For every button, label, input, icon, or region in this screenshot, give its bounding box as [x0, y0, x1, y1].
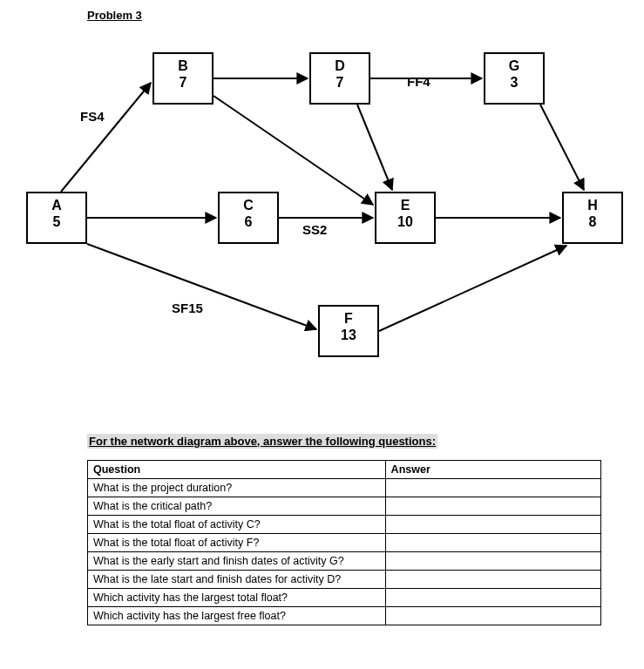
- edge-label-FS4: FS4: [78, 109, 106, 124]
- node-G: G 3: [484, 52, 545, 105]
- qa-answer-cell: [385, 552, 600, 571]
- node-D-name: D: [311, 57, 369, 74]
- qa-answer-cell: [385, 516, 600, 534]
- node-C-value: 6: [220, 213, 277, 230]
- table-row: Which activity has the largest free floa…: [88, 607, 601, 625]
- node-F: F 13: [318, 305, 379, 357]
- table-row: What is the project duration?: [88, 479, 601, 497]
- qa-header-answer: Answer: [385, 461, 600, 479]
- node-H-name: H: [564, 197, 621, 213]
- qa-question-cell: What is the late start and finish dates …: [88, 571, 386, 589]
- node-E-value: 10: [376, 213, 434, 230]
- table-row: What is the total float of activity C?: [88, 516, 601, 534]
- table-row: Which activity has the largest total flo…: [88, 589, 601, 607]
- qa-answer-cell: [385, 571, 600, 589]
- qa-answer-cell: [385, 497, 600, 516]
- svg-line-7: [357, 105, 392, 190]
- node-A: A 5: [26, 192, 87, 244]
- node-G-value: 3: [485, 74, 543, 91]
- node-C-name: C: [220, 197, 277, 213]
- qa-header-question: Question: [88, 461, 386, 479]
- table-row: What is the critical path?: [88, 497, 601, 516]
- node-A-name: A: [28, 197, 85, 213]
- qa-question-cell: What is the early start and finish dates…: [88, 552, 386, 571]
- qa-answer-cell: [385, 589, 600, 607]
- node-B-value: 7: [154, 74, 212, 91]
- node-G-name: G: [485, 57, 543, 74]
- node-H-value: 8: [564, 213, 621, 230]
- table-row: What is the total float of activity F?: [88, 534, 601, 552]
- svg-line-10: [379, 246, 566, 331]
- node-D: D 7: [309, 52, 370, 105]
- qa-question-cell: What is the total float of activity F?: [88, 534, 386, 552]
- qa-question-cell: What is the project duration?: [88, 479, 386, 497]
- qa-table: Question Answer What is the project dura…: [87, 460, 601, 625]
- node-B-name: B: [154, 57, 212, 74]
- edge-label-FF4: FF4: [405, 74, 432, 89]
- questions-subheading: For the network diagram above, answer th…: [87, 434, 437, 449]
- node-C: C 6: [218, 192, 279, 244]
- svg-line-4: [214, 96, 373, 205]
- qa-question-cell: Which activity has the largest free floa…: [88, 607, 386, 625]
- node-A-value: 5: [28, 213, 85, 230]
- qa-answer-cell: [385, 479, 600, 497]
- node-F-value: 13: [320, 327, 377, 343]
- page: Problem 3 A 5 B 7 C 6 D 7 E 10 F 13 G 3 …: [0, 0, 644, 669]
- node-B: B 7: [153, 52, 214, 105]
- edge-label-SF15: SF15: [170, 301, 205, 315]
- edge-label-SS2: SS2: [301, 222, 329, 237]
- qa-question-cell: What is the critical path?: [88, 497, 386, 516]
- table-row: What is the early start and finish dates…: [88, 552, 601, 571]
- qa-answer-cell: [385, 607, 600, 625]
- node-D-value: 7: [311, 74, 369, 91]
- problem-title: Problem 3: [87, 9, 142, 22]
- qa-question-cell: What is the total float of activity C?: [88, 516, 386, 534]
- svg-line-0: [61, 83, 151, 192]
- qa-question-cell: Which activity has the largest total flo…: [88, 589, 386, 607]
- table-row: What is the late start and finish dates …: [88, 571, 601, 589]
- qa-header-row: Question Answer: [88, 461, 601, 479]
- qa-answer-cell: [385, 534, 600, 552]
- node-F-name: F: [320, 310, 377, 327]
- node-E-name: E: [376, 197, 434, 213]
- svg-line-2: [87, 244, 316, 329]
- svg-line-9: [540, 105, 584, 190]
- node-E: E 10: [375, 192, 436, 244]
- node-H: H 8: [562, 192, 623, 244]
